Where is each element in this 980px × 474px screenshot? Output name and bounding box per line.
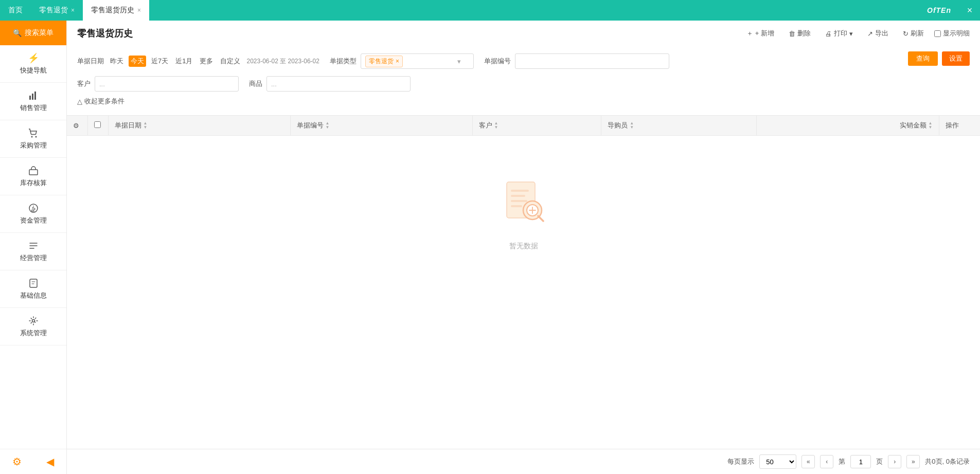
voucher-filter-input[interactable] <box>515 53 669 69</box>
filter-area: 单据日期 昨天 今天 近7天 近1月 更多 自定义 2023-06-02 至 2… <box>77 46 970 115</box>
empty-state-cell: 暂无数据 <box>67 136 980 293</box>
sidebar-item-sales[interactable]: 销售管理 <box>0 83 66 120</box>
sort-number[interactable]: 单据编号 ▲▼ <box>297 121 466 130</box>
quick-nav-icon: ⚡ <box>28 52 39 64</box>
sidebar-item-inventory[interactable]: 库存核算 <box>0 158 66 195</box>
finance-icon <box>28 203 39 214</box>
customer-filter-label: 客户 <box>77 79 91 88</box>
date-opt-more[interactable]: 更多 <box>198 56 215 67</box>
filter-row-1: 单据日期 昨天 今天 近7天 近1月 更多 自定义 2023-06-02 至 2… <box>77 51 970 71</box>
collapse-icon: △ <box>77 98 82 105</box>
column-settings-icon[interactable]: ⚙ <box>73 122 79 130</box>
delete-icon: 🗑 <box>789 30 795 38</box>
sidebar-item-operations[interactable]: 经营管理 <box>0 233 66 270</box>
pagination-bar: 每页显示 50 20 100 « ‹ 第 页 › » 共0页, 0条记录 <box>67 449 980 474</box>
tab-retail-return-history-close[interactable]: × <box>137 7 141 14</box>
sort-arrows-customer: ▲▼ <box>494 121 498 130</box>
page-size-select[interactable]: 50 20 100 <box>759 454 796 469</box>
th-date: 单据日期 ▲▼ <box>108 116 290 136</box>
sort-arrows-number: ▲▼ <box>326 121 330 130</box>
sidebar-item-basic-info[interactable]: 基础信息 <box>0 270 66 308</box>
th-guide: 导购员 ▲▼ <box>601 116 757 136</box>
page-title-row: 零售退货历史 ＋ + 新增 🗑 删除 🖨 打印 ▾ <box>77 27 970 40</box>
sidebar-item-purchase[interactable]: 采购管理 <box>0 120 66 158</box>
last-page-button[interactable]: » <box>906 455 920 468</box>
collapse-filter-button[interactable]: △ 收起更多条件 <box>77 97 970 111</box>
date-opt-7days[interactable]: 近7天 <box>149 56 170 67</box>
date-range-display: 2023-06-02 至 2023-06-02 <box>246 57 319 66</box>
new-icon: ＋ <box>746 29 753 38</box>
tab-retail-return-close[interactable]: × <box>71 7 75 14</box>
prev-page-button[interactable]: ‹ <box>820 455 833 468</box>
sidebar-bottom: ⚙ ◀ <box>0 449 66 474</box>
type-filter-select[interactable]: 零售退货 × ▾ <box>361 53 474 69</box>
th-customer: 客户 ▲▼ <box>472 116 601 136</box>
svg-rect-13 <box>511 205 522 207</box>
delete-button[interactable]: 🗑 删除 <box>785 27 815 40</box>
svg-point-3 <box>31 136 32 138</box>
date-filter-group: 单据日期 昨天 今天 近7天 近1月 更多 自定义 2023-06-02 至 2… <box>77 56 319 67</box>
empty-text: 暂无数据 <box>509 242 538 251</box>
print-dropdown-icon: ▾ <box>849 30 853 38</box>
data-table: ⚙ 单据日期 ▲▼ 单据编号 <box>67 116 980 292</box>
page-size-label: 每页显示 <box>727 457 754 466</box>
collapse-sidebar-icon[interactable]: ◀ <box>46 455 54 468</box>
print-button[interactable]: 🖨 打印 ▾ <box>821 27 857 40</box>
th-number: 单据编号 ▲▼ <box>290 116 472 136</box>
content-area: 零售退货历史 ＋ + 新增 🗑 删除 🖨 打印 ▾ <box>67 21 980 474</box>
new-button[interactable]: ＋ + 新增 <box>742 27 778 40</box>
refresh-button[interactable]: ↻ 刷新 <box>899 27 928 40</box>
page-header: 零售退货历史 ＋ + 新增 🗑 删除 🖨 打印 ▾ <box>67 21 980 116</box>
page-unit: 页 <box>876 457 883 466</box>
voucher-filter-group: 单据编号 <box>484 53 669 69</box>
type-tag-close[interactable]: × <box>396 58 399 65</box>
settings-button[interactable]: 设置 <box>942 51 970 66</box>
sort-amount[interactable]: 实销金额 ▲▼ <box>763 121 932 130</box>
sidebar-item-system[interactable]: 系统管理 <box>0 308 66 345</box>
query-button[interactable]: 查询 <box>908 51 938 66</box>
select-all-checkbox[interactable] <box>94 121 101 128</box>
show-detail-checkbox-label[interactable]: 显示明细 <box>934 29 970 38</box>
type-dropdown-icon: ▾ <box>457 58 461 65</box>
svg-point-4 <box>35 136 37 138</box>
sort-customer[interactable]: 客户 ▲▼ <box>479 121 595 130</box>
sort-guide[interactable]: 导购员 ▲▼ <box>608 121 750 130</box>
sort-date[interactable]: 单据日期 ▲▼ <box>115 121 284 130</box>
date-opt-1month[interactable]: 近1月 <box>173 56 194 67</box>
search-icon: 🔍 <box>13 29 22 37</box>
tab-retail-return-history[interactable]: 零售退货历史 × <box>83 0 149 21</box>
tab-home[interactable]: 首页 <box>0 0 31 21</box>
first-page-button[interactable]: « <box>801 455 815 468</box>
goods-filter-select[interactable]: ... <box>266 76 411 92</box>
goods-filter-label: 商品 <box>249 79 262 88</box>
date-options: 昨天 今天 近7天 近1月 更多 自定义 <box>108 56 242 67</box>
th-checkbox <box>87 116 108 136</box>
topbar: 首页 零售退货 × 零售退货历史 × OfTEn × <box>0 0 980 21</box>
page-number-input[interactable] <box>850 455 871 468</box>
date-opt-yesterday[interactable]: 昨天 <box>108 56 126 67</box>
main-layout: 🔍 搜索菜单 ⚡ 快捷导航 销售管理 采购管理 库存核算 <box>0 21 980 474</box>
sidebar-item-quick-nav[interactable]: ⚡ 快捷导航 <box>0 45 66 83</box>
sales-icon <box>28 90 39 101</box>
date-opt-today[interactable]: 今天 <box>129 56 146 67</box>
date-opt-custom[interactable]: 自定义 <box>218 56 242 67</box>
export-button[interactable]: ↗ 导出 <box>863 27 893 40</box>
tab-retail-return[interactable]: 零售退货 × <box>31 0 83 21</box>
filter-row-2: 客户 ... 商品 ... <box>77 76 970 92</box>
next-page-button[interactable]: › <box>888 455 901 468</box>
sidebar-search[interactable]: 🔍 搜索菜单 <box>0 21 66 45</box>
basic-info-icon <box>28 278 39 289</box>
empty-state: 暂无数据 <box>67 136 980 292</box>
inventory-icon <box>28 165 39 176</box>
window-close-button[interactable]: × <box>959 0 980 21</box>
customer-filter-select[interactable]: ... <box>95 76 239 92</box>
th-settings: ⚙ <box>67 116 87 136</box>
table-container: ⚙ 单据日期 ▲▼ 单据编号 <box>67 116 980 449</box>
show-detail-checkbox[interactable] <box>934 30 941 37</box>
table-body: 暂无数据 <box>67 136 980 293</box>
settings-bottom-icon[interactable]: ⚙ <box>12 455 22 468</box>
svg-rect-1 <box>32 94 33 100</box>
voucher-filter-label: 单据编号 <box>484 57 511 66</box>
page-title: 零售退货历史 <box>77 27 133 40</box>
sidebar-item-finance[interactable]: 资金管理 <box>0 195 66 233</box>
